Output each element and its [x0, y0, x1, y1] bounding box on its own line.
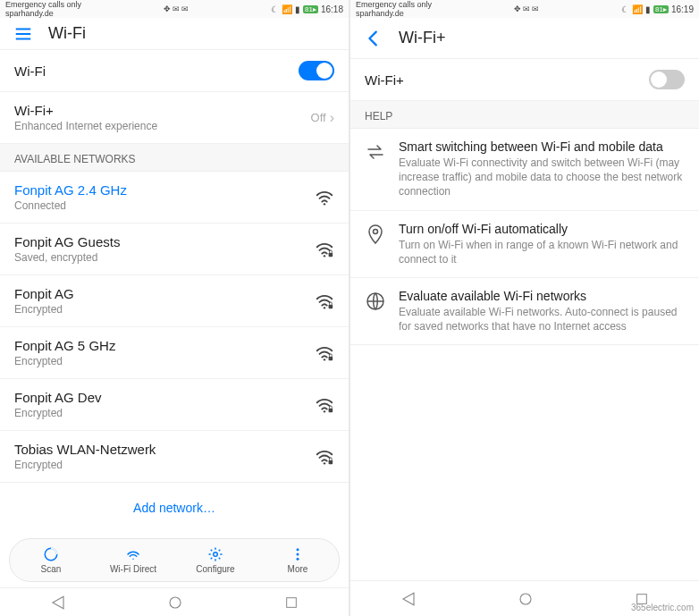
network-status: Connected [14, 199, 315, 212]
network-row[interactable]: Fonpit AG 5 GHz Encrypted [0, 327, 349, 379]
network-status: Encrypted [14, 459, 315, 471]
page-title: Wi-Fi+ [399, 29, 446, 47]
scan-button[interactable]: Scan [10, 543, 92, 578]
carrier-text: Emergency calls only [356, 0, 432, 9]
wifi-icon [315, 188, 334, 207]
svg-point-3 [324, 307, 325, 308]
svg-point-5 [324, 359, 325, 360]
status-icons: ✥✉✉ [164, 4, 189, 13]
bottom-actions: Scan Wi-Fi Direct Configure More [9, 538, 340, 582]
wifi-toggle[interactable] [299, 61, 334, 80]
network-name: Tobias WLAN-Netzwerk [14, 442, 315, 457]
status-bar: Emergency calls only sparhandy.de ✥✉✉ ☾ … [0, 0, 349, 18]
nav-back-icon[interactable] [400, 591, 417, 607]
moon-icon: ☾ [621, 4, 629, 14]
network-status: Saved, encrypted [14, 251, 315, 264]
network-status: Encrypted [14, 303, 315, 316]
svg-point-1 [324, 255, 325, 257]
svg-rect-10 [329, 460, 333, 465]
more-icon [290, 546, 306, 562]
svg-rect-17 [286, 597, 296, 607]
page-title: Wi-Fi [48, 24, 86, 43]
app-header: Wi-Fi [0, 18, 349, 50]
help-header: HELP [350, 101, 699, 129]
chevron-right-icon: › [330, 110, 334, 126]
svg-point-18 [374, 229, 378, 233]
gear-icon [207, 546, 223, 562]
network-status: Encrypted [14, 355, 315, 367]
nav-home-icon[interactable] [518, 591, 534, 607]
network-name: Fonpit AG 5 GHz [14, 338, 315, 353]
carrier-text: Emergency calls only [5, 0, 81, 9]
wifi-plus-toggle[interactable] [649, 70, 685, 89]
wifi-icon [315, 447, 334, 467]
battery-level: 81 [305, 5, 313, 13]
network-row[interactable]: Fonpit AG Dev Encrypted [0, 379, 349, 431]
svg-point-12 [214, 553, 218, 557]
wifi-plus-label: Wi-Fi+ [14, 103, 311, 118]
wifi-direct-icon [125, 546, 141, 562]
status-icons: ✥✉✉ [514, 4, 539, 13]
network-name: Fonpit AG [14, 286, 315, 301]
wifi-icon [315, 240, 334, 259]
network-row[interactable]: Fonpit AG Encrypted [0, 275, 349, 327]
wifi-toggle-label: Wi-Fi [14, 63, 299, 79]
wifi-signal-icon: 📶 [282, 4, 292, 14]
help-desc: Turn on Wi-Fi when in range of a known W… [399, 238, 685, 266]
svg-rect-8 [329, 409, 333, 413]
wifi-plus-sub: Enhanced Internet experience [14, 120, 311, 132]
back-icon[interactable] [363, 28, 384, 49]
more-button[interactable]: More [257, 543, 339, 578]
globe-icon [365, 291, 386, 312]
status-bar: Emergency calls only sparhandy.de ✥✉✉ ☾ … [350, 0, 699, 18]
wifi-plus-screen: Emergency calls only sparhandy.de ✥✉✉ ☾ … [350, 0, 699, 616]
svg-point-14 [297, 553, 299, 556]
wifi-plus-row[interactable]: Wi-Fi+ Enhanced Internet experience Off … [0, 92, 349, 144]
nav-back-icon[interactable] [50, 595, 66, 611]
svg-point-7 [324, 410, 325, 412]
location-icon [365, 224, 386, 245]
app-header: Wi-Fi+ [350, 18, 699, 59]
network-row[interactable]: Fonpit AG 2.4 GHz Connected [0, 172, 349, 224]
wifi-icon [315, 343, 334, 363]
help-item: Turn on/off Wi-Fi automatically Turn on … [350, 211, 699, 278]
watermark: 365electric.com [631, 603, 694, 612]
nav-bar [0, 587, 349, 616]
wifi-icon [315, 395, 334, 415]
wifi-settings-screen: Emergency calls only sparhandy.de ✥✉✉ ☾ … [0, 0, 349, 616]
svg-point-13 [297, 549, 299, 552]
svg-point-20 [520, 594, 531, 604]
wifi-master-toggle-row[interactable]: Wi-Fi [0, 50, 349, 92]
nav-recent-icon[interactable] [284, 595, 299, 610]
wifi-signal-icon: 📶 [632, 4, 643, 14]
moon-icon: ☾ [271, 4, 279, 14]
svg-point-9 [324, 462, 325, 464]
help-desc: Evaluate available Wi-Fi networks. Auto-… [399, 305, 685, 333]
svg-point-15 [297, 558, 299, 561]
wifi-plus-toggle-row[interactable]: Wi-Fi+ [350, 59, 699, 101]
wifi-plus-label: Wi-Fi+ [365, 72, 649, 88]
network-name: Fonpit AG Dev [14, 390, 315, 405]
help-title: Smart switching between Wi-Fi and mobile… [399, 139, 685, 154]
scan-icon [43, 546, 59, 562]
configure-button[interactable]: Configure [174, 543, 257, 578]
wifi-direct-button[interactable]: Wi-Fi Direct [92, 543, 174, 578]
network-row[interactable]: Fonpit AG Guests Saved, encrypted [0, 224, 349, 275]
add-network-button[interactable]: Add network… [0, 483, 349, 533]
svg-rect-2 [329, 253, 333, 257]
menu-icon[interactable] [13, 23, 34, 45]
svg-rect-4 [329, 305, 333, 309]
help-title: Turn on/off Wi-Fi automatically [399, 222, 685, 236]
carrier-sub: sparhandy.de [356, 9, 432, 18]
help-title: Evaluate available Wi-Fi networks [399, 289, 685, 303]
network-name: Fonpit AG Guests [14, 234, 315, 249]
network-name: Fonpit AG 2.4 GHz [14, 182, 315, 198]
svg-rect-6 [329, 357, 333, 361]
network-row[interactable]: Tobias WLAN-Netzwerk Encrypted [0, 431, 349, 483]
help-desc: Evaluate Wi-Fi connectivity and switch b… [399, 156, 685, 199]
help-item: Evaluate available Wi-Fi networks Evalua… [350, 278, 699, 345]
nav-home-icon[interactable] [167, 595, 183, 611]
help-list: Smart switching between Wi-Fi and mobile… [350, 129, 699, 345]
network-status: Encrypted [14, 407, 315, 419]
clock: 16:19 [671, 4, 694, 14]
